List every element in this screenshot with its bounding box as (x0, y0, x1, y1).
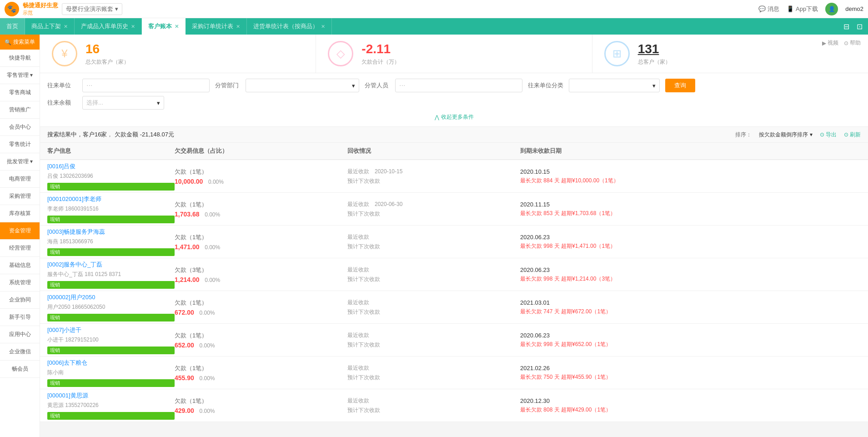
debt-amount-row-3: 1,214.00 0.00% (175, 276, 347, 283)
customer-info-0: [0016]吕俊 吕俊 13026203696 现销 (47, 162, 175, 191)
sidebar-item-member[interactable]: 会员中心 (0, 119, 40, 136)
tab-purchase-stat-close[interactable]: ✕ (321, 24, 325, 30)
sidebar-item-inventory[interactable]: 库存核算 (0, 205, 40, 222)
tab-product-status[interactable]: 商品上下架 ✕ (25, 18, 75, 35)
sidebar-item-quick-nav[interactable]: 快捷导航 (0, 50, 40, 67)
sidebar-item-retail-mgmt[interactable]: 零售管理 ▾ (0, 67, 40, 84)
overdue-amount-3[interactable]: 超期¥1,214.00（3笔） (561, 276, 616, 282)
overdue-row-1: 最长欠款 853 天 超期¥1,703.68（1笔） (520, 210, 861, 217)
dept-select[interactable]: ▾ (246, 79, 359, 92)
balance-select[interactable]: 选择... ▾ (82, 96, 164, 110)
customer-phone-4: 用户2050 18665062050 (47, 303, 175, 311)
sidebar-item-batch-mgmt[interactable]: 批发管理 ▾ (0, 153, 40, 171)
customer-tag-2: 现销 (47, 248, 175, 256)
tab-product-status-close[interactable]: ✕ (64, 24, 68, 30)
tab-expand-button[interactable]: ⊡ (855, 20, 864, 33)
tab-purchase-order[interactable]: 采购订单统计表 ✕ (186, 18, 247, 35)
tab-home[interactable]: 首页 (0, 18, 25, 35)
refresh-button[interactable]: ⊙ 刷新 (844, 131, 861, 139)
debt-amount-2: 1,471.00 (175, 243, 200, 251)
overdue-amount-5[interactable]: 超期¥652.00（1笔） (561, 341, 611, 347)
unit-category-select[interactable]: ▾ (569, 79, 660, 92)
result-debt-summary: 欠款金额 -21,148.07元 (115, 131, 174, 138)
sidebar-guide-label: 新手引导 (9, 313, 31, 321)
overdue-amount-6[interactable]: 超期¥455.90（1笔） (561, 374, 611, 380)
avatar-icon: 👤 (828, 6, 835, 12)
debt-percent-6: 0.00% (199, 375, 215, 382)
sidebar-basic-info-label: 基础信息 (9, 261, 31, 269)
from-unit-input[interactable]: ··· (82, 79, 210, 92)
sidebar-item-ecommerce[interactable]: 电商管理 (0, 171, 40, 188)
overdue-amount-7[interactable]: 超期¥429.00（1笔） (561, 407, 611, 413)
sidebar-item-app-center[interactable]: 应用中心 (0, 326, 40, 343)
sidebar-item-operation[interactable]: 经营管理 (0, 240, 40, 257)
overdue-row-4: 最长欠款 747 天 超期¥672.00（1笔） (520, 308, 861, 316)
sidebar-item-basic-info[interactable]: 基础信息 (0, 257, 40, 274)
tab-product-history-close[interactable]: ✕ (131, 24, 135, 30)
overdue-amount-2[interactable]: 超期¥1,471.00（1笔） (561, 243, 616, 249)
customer-name-0[interactable]: [0016]吕俊 (47, 162, 175, 171)
overdue-days-2: 最长欠款 998 天 (520, 243, 561, 249)
sidebar-item-purchase[interactable]: 采购管理 (0, 188, 40, 205)
sidebar-item-system[interactable]: 系统管理 (0, 274, 40, 291)
sidebar-item-marketing[interactable]: 营销推广 (0, 101, 40, 119)
app-download-button[interactable]: 📱 App下载 (787, 5, 818, 13)
sidebar-item-vip[interactable]: 畅会员 (0, 361, 40, 378)
debt-amount-row-7: 429.00 0.00% (175, 407, 347, 414)
collect-next-4: 预计下次收款 (347, 308, 520, 316)
tab-minimize-button[interactable]: ⊟ (842, 20, 851, 33)
sidebar-nav: 快捷导航 零售管理 ▾ 零售商城 营销推广 会员中心 零售统计 批发管理 ▾ 电… (0, 50, 40, 378)
search-button[interactable]: 查询 (665, 79, 695, 92)
customer-name-2[interactable]: [0003]畅捷服务尹海蕊 (47, 228, 175, 236)
customer-name-1[interactable]: [0001020001]李老师 (47, 195, 175, 203)
company-selector[interactable]: 母婴行业演示账套 ▾ (62, 3, 122, 15)
overdue-amount-0[interactable]: 超期¥10,000.00（1笔） (561, 177, 619, 184)
collect-date-3: 最近收款 (347, 266, 520, 274)
expire-info-1: 2020.11.15 最长欠款 853 天 超期¥1,703.68（1笔） (520, 201, 861, 217)
view-button[interactable]: ▶ 视频 (822, 39, 838, 47)
tab-customer-account-close[interactable]: ✕ (175, 24, 179, 30)
expire-info-0: 2020.10.15 最长欠款 884 天 超期¥10,000.00（1笔） (520, 168, 861, 185)
debt-amount-row-5: 652.00 0.00% (175, 342, 347, 349)
stat-total-customers-icon: ⊞ (603, 40, 631, 67)
collapse-button[interactable]: ⋀ 收起更多条件 (47, 113, 861, 121)
tab-purchase-stat[interactable]: 进货单统计表（按商品） ✕ (247, 18, 332, 35)
help-button[interactable]: ⊙ 帮助 (844, 39, 861, 47)
sidebar-retail-mall-label: 零售商城 (9, 89, 31, 96)
customer-name-3[interactable]: [0002]服务中心_丁磊 (47, 261, 175, 269)
debt-info-5: 欠款（1笔） 652.00 0.00% (175, 332, 347, 349)
expire-date-7: 2020.12.30 (520, 397, 861, 404)
tab-product-history[interactable]: 产成品入库单历史 ✕ (75, 18, 142, 35)
table-row: [000001]黄思源 黄思源 13552700226 现销 欠款（1笔） 42… (40, 389, 868, 422)
expire-info-3: 2020.06.23 最长欠款 998 天 超期¥1,214.00（3笔） (520, 266, 861, 283)
customer-tag-6: 现销 (47, 379, 175, 387)
customer-name-6[interactable]: [0006]去下粮仓 (47, 359, 175, 367)
person-input[interactable]: ··· (395, 79, 522, 92)
refresh-icon: ⊙ (844, 131, 848, 138)
customer-name-5[interactable]: [0007]小进干 (47, 326, 175, 334)
sidebar-item-enterprise[interactable]: 企业协同 (0, 291, 40, 309)
overdue-amount-1[interactable]: 超期¥1,703.68（1笔） (561, 210, 616, 216)
sidebar-item-retail-stat[interactable]: 零售统计 (0, 136, 40, 153)
export-button[interactable]: ⊙ 导出 (820, 131, 837, 139)
sort-select[interactable]: 按欠款金额倒序排序 ▾ (759, 131, 813, 139)
sidebar-item-finance[interactable]: 资金管理 (0, 222, 40, 240)
tab-purchase-order-close[interactable]: ✕ (236, 24, 240, 30)
message-button[interactable]: 💬 消息 (758, 5, 779, 13)
sidebar-search[interactable]: 🔍 搜索菜单 (0, 35, 40, 50)
sidebar-item-retail-mall[interactable]: 零售商城 (0, 84, 40, 101)
tab-customer-account-label: 客户账本 (148, 22, 172, 30)
sidebar-item-guide[interactable]: 新手引导 (0, 309, 40, 326)
sidebar-item-wechat[interactable]: 企业微信 (0, 343, 40, 361)
stat-debt-amount-icon: ◇ (327, 40, 354, 67)
user-avatar[interactable]: 👤 (825, 3, 838, 15)
customer-name-7[interactable]: [000001]黄思源 (47, 392, 175, 400)
debt-count-2: 欠款（1笔） (175, 233, 347, 241)
debt-amount-row-4: 672.00 0.00% (175, 309, 347, 316)
debt-amount-7: 429.00 (175, 407, 194, 414)
col-collect-info: 回收情况 (347, 147, 520, 155)
tab-customer-account[interactable]: 客户账本 ✕ (142, 18, 186, 35)
debt-amount-6: 455.90 (175, 374, 194, 382)
overdue-amount-4[interactable]: 超期¥672.00（1笔） (561, 308, 611, 315)
customer-name-4[interactable]: [000002]用户2050 (47, 293, 175, 301)
